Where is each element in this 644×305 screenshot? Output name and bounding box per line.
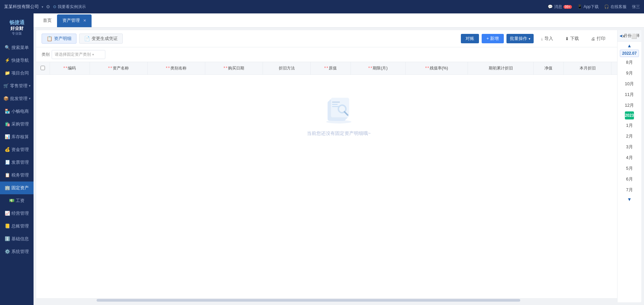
select-all-checkbox[interactable] bbox=[41, 66, 45, 70]
sidebar-label-wholesale: 批发管理 bbox=[10, 96, 28, 102]
app-subtitle: 专业版 bbox=[3, 31, 31, 36]
batch-operation-button[interactable]: 批量操作 ▾ bbox=[506, 34, 534, 43]
download-icon: ⬇ bbox=[565, 36, 569, 41]
sidebar-item-search[interactable]: 🔍 搜索菜单 bbox=[0, 41, 34, 54]
month-nav-up-arrow[interactable]: ▲ bbox=[618, 42, 641, 50]
sidebar-item-ledger[interactable]: 📒 总账管理 bbox=[0, 220, 34, 233]
add-button[interactable]: + 新增 bbox=[482, 34, 503, 43]
category-select-placeholder: 请选择固定资产类别 bbox=[55, 52, 91, 57]
bottom-scrollbar-thumb[interactable] bbox=[97, 299, 520, 302]
change-voucher-tab-label: 变更生成凭证 bbox=[92, 36, 118, 42]
sidebar-item-project[interactable]: 📁 项目合同 bbox=[0, 67, 34, 80]
content-area: 首页 资产管理 ✕ ✕ ⬜ 📋 资产明细 📄 变更 bbox=[34, 13, 644, 305]
table-header-checkbox bbox=[36, 62, 50, 75]
sidebar-item-payroll[interactable]: 💵 工资 bbox=[0, 194, 34, 207]
sidebar-item-sys[interactable]: ⚙️ 系统管理 bbox=[0, 245, 34, 258]
sidebar-item-tax[interactable]: 📋 税务管理 bbox=[0, 169, 34, 182]
message-badge: 99+ bbox=[564, 5, 572, 9]
month-item-5[interactable]: 5月 bbox=[618, 163, 641, 174]
month-item-10[interactable]: 10月 bbox=[618, 79, 641, 89]
month-item-9[interactable]: 9月 bbox=[618, 68, 641, 79]
year-2023-badge: 2023 bbox=[625, 111, 634, 119]
month-item-1[interactable]: 1月 bbox=[618, 120, 641, 131]
purchase-icon: 🛍️ bbox=[5, 121, 10, 126]
company-dropdown-icon[interactable]: ▾ bbox=[42, 5, 43, 9]
month-item-12[interactable]: 12月 bbox=[618, 100, 641, 111]
svg-rect-7 bbox=[332, 102, 340, 103]
sidebar-item-ecommerce[interactable]: 🏪 小畅电商 bbox=[0, 105, 34, 118]
bottom-scrollbar[interactable] bbox=[36, 298, 641, 302]
month-item-8[interactable]: 8月 bbox=[618, 57, 641, 68]
sidebar-item-finance[interactable]: 💰 资金管理 bbox=[0, 143, 34, 156]
table-header-original-value: *原值 bbox=[311, 62, 351, 75]
category-filter-group: 类别 请选择固定资产类别 ▾ bbox=[42, 50, 105, 59]
category-select[interactable]: 请选择固定资产类别 ▾ bbox=[52, 50, 105, 59]
page-content: ✕ ⬜ 📋 资产明细 📄 变更生成凭证 对账 + 新增 批量操作 bbox=[36, 30, 641, 302]
sidebar-item-base-info[interactable]: ℹ️ 基础信息 bbox=[0, 233, 34, 245]
ecommerce-icon: 🏪 bbox=[5, 109, 10, 114]
import-button[interactable]: ↓ 导入 bbox=[536, 34, 558, 43]
sidebar-item-purchase[interactable]: 🛍️ 采购管理 bbox=[0, 118, 34, 131]
month-item-6[interactable]: 6月 bbox=[618, 174, 641, 185]
top-bar: 某某科技有限公司 ▾ ⚙ 我要看实例演示 💬 消息 99+ 📱 App下载 🎧 … bbox=[0, 0, 644, 13]
app-download-action[interactable]: 📱 App下载 bbox=[577, 4, 599, 10]
reconcile-button[interactable]: 对账 bbox=[461, 34, 479, 43]
payroll-icon: 💵 bbox=[9, 198, 14, 203]
quick-nav-icon: ⚡ bbox=[5, 58, 10, 63]
sidebar-label-fixed-assets: 固定资产 bbox=[11, 185, 29, 191]
sys-icon: ⚙️ bbox=[5, 249, 10, 254]
online-service-action[interactable]: 🎧 在线客服 bbox=[604, 4, 627, 10]
sub-tab-asset-detail[interactable]: 📋 资产明细 bbox=[42, 34, 76, 44]
table-header-row: *编码 *资产名称 *类别名称 *购买日期 折旧方法 bbox=[36, 62, 641, 75]
asset-detail-tab-icon: 📋 bbox=[47, 36, 52, 41]
tax-icon: 📋 bbox=[5, 172, 10, 177]
month-item-7[interactable]: 7月 bbox=[618, 185, 641, 195]
sidebar-label-tax: 税务管理 bbox=[11, 172, 29, 178]
empty-state-icon bbox=[322, 95, 356, 125]
tab-home[interactable]: 首页 bbox=[38, 14, 57, 27]
month-panel: ◀ 月份选择 ▲ 2022.07 8月 9月 10月 11月 12月 2023 … bbox=[617, 30, 641, 302]
sidebar-item-fixed-assets[interactable]: 🏢 固定资产 bbox=[0, 182, 34, 194]
sub-tab-change-voucher[interactable]: 📄 变更生成凭证 bbox=[79, 34, 123, 44]
table-header-net-value: 净值 bbox=[533, 62, 564, 75]
sidebar-item-quick-nav[interactable]: ⚡ 快捷导航 bbox=[0, 54, 34, 67]
table-header-purchase-date: *购买日期 bbox=[205, 62, 263, 75]
base-info-icon: ℹ️ bbox=[5, 236, 10, 241]
app-download-icon: 📱 bbox=[577, 4, 582, 9]
invoice-icon: 🧾 bbox=[5, 160, 10, 165]
settings-icon[interactable]: ⚙ bbox=[46, 4, 50, 9]
batch-label: 批量操作 bbox=[510, 36, 527, 42]
print-button[interactable]: 🖨 打印 bbox=[586, 34, 610, 43]
sidebar-label-sys: 系统管理 bbox=[11, 249, 29, 255]
month-nav-down-arrow[interactable]: ▼ bbox=[618, 195, 641, 203]
sidebar-label-quick-nav: 快捷导航 bbox=[11, 57, 29, 63]
month-item-2[interactable]: 2月 bbox=[618, 131, 641, 142]
search-icon: 🔍 bbox=[5, 45, 10, 50]
window-close-button[interactable]: ✕ bbox=[619, 32, 629, 41]
sidebar-item-ops[interactable]: 📈 经营管理 bbox=[0, 207, 34, 220]
online-service-label: 在线客服 bbox=[610, 4, 627, 10]
current-year-display[interactable]: 2022.07 bbox=[620, 50, 639, 57]
home-tab-label: 首页 bbox=[43, 17, 52, 23]
sidebar-label-inventory: 库存核算 bbox=[11, 134, 29, 140]
sidebar-label-ecommerce: 小畅电商 bbox=[11, 108, 29, 114]
sidebar-item-inventory[interactable]: 📊 库存核算 bbox=[0, 131, 34, 143]
top-bar-right: 💬 消息 99+ 📱 App下载 🎧 在线客服 张三 bbox=[548, 4, 640, 10]
table-header-depreciation-method: 折旧方法 bbox=[263, 62, 311, 75]
app-title: 畅捷通 好业财 bbox=[3, 19, 31, 31]
download-button[interactable]: ⬇ 下载 bbox=[560, 34, 584, 43]
window-maximize-button[interactable]: ⬜ bbox=[629, 32, 639, 41]
tab-asset-mgmt[interactable]: 资产管理 ✕ bbox=[57, 14, 92, 27]
sidebar-item-invoice[interactable]: 🧾 发票管理 bbox=[0, 156, 34, 169]
month-item-4[interactable]: 4月 bbox=[618, 152, 641, 163]
asset-mgmt-tab-label: 资产管理 bbox=[62, 17, 80, 23]
month-item-11[interactable]: 11月 bbox=[618, 89, 641, 100]
user-name[interactable]: 张三 bbox=[632, 4, 640, 10]
message-action[interactable]: 💬 消息 99+ bbox=[548, 4, 572, 10]
sidebar-item-retail[interactable]: 🛒 零售管理 bbox=[0, 80, 34, 92]
tab-close-icon[interactable]: ✕ bbox=[83, 18, 86, 23]
demo-link[interactable]: 我要看实例演示 bbox=[53, 4, 86, 10]
sidebar-item-wholesale[interactable]: 📦 批发管理 bbox=[0, 92, 34, 105]
month-item-3[interactable]: 3月 bbox=[618, 142, 641, 152]
month-scroll[interactable]: ▲ 2022.07 8月 9月 10月 11月 12月 2023 1月 2月 3… bbox=[618, 42, 641, 302]
